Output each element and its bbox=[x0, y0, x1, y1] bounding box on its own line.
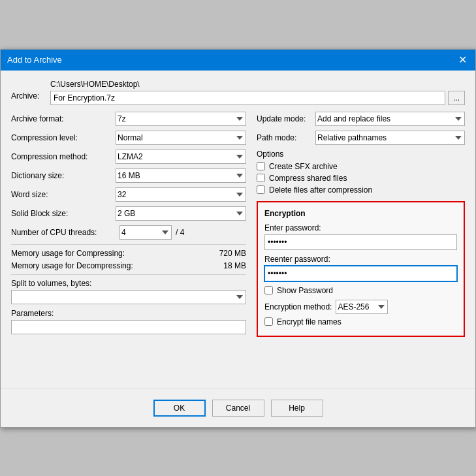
memory-decompress-row: Memory usage for Decompressing: 18 MB bbox=[11, 261, 246, 270]
dictionary-size-row: Dictionary size: 16 MB bbox=[11, 168, 246, 183]
dictionary-size-label: Dictionary size: bbox=[11, 171, 116, 180]
compression-level-label: Compression level: bbox=[11, 133, 116, 142]
compression-level-select[interactable]: Normal bbox=[116, 131, 246, 145]
archive-format-select[interactable]: 7z bbox=[116, 112, 246, 126]
reenter-password-input[interactable] bbox=[264, 266, 457, 281]
create-sfx-row: Create SFX archive bbox=[257, 162, 465, 171]
enc-method-row: Encryption method: AES-256 bbox=[264, 300, 457, 314]
options-group: Options Create SFX archive Compress shar… bbox=[257, 150, 465, 195]
main-content: Archive format: 7z Compression level: No… bbox=[11, 112, 465, 337]
solid-block-select[interactable]: 2 GB bbox=[116, 206, 246, 221]
memory-compress-row: Memory usage for Compressing: 720 MB bbox=[11, 249, 246, 258]
dialog-body: Archive: C:\Users\HOME\Desktop\ ... Arch… bbox=[1, 71, 475, 389]
create-sfx-label[interactable]: Create SFX archive bbox=[269, 162, 338, 171]
compress-shared-label[interactable]: Compress shared files bbox=[269, 174, 347, 183]
enter-password-label: Enter password: bbox=[264, 223, 457, 232]
encryption-title: Encryption bbox=[264, 209, 457, 218]
update-mode-select[interactable]: Add and replace files bbox=[315, 112, 465, 126]
add-to-archive-dialog: Add to Archive ✕ Archive: C:\Users\HOME\… bbox=[0, 49, 476, 428]
delete-files-row: Delete files after compression bbox=[257, 185, 465, 195]
enter-password-input[interactable] bbox=[264, 234, 457, 250]
archive-format-label: Archive format: bbox=[11, 114, 116, 123]
compression-level-row: Compression level: Normal bbox=[11, 131, 246, 145]
options-title: Options bbox=[257, 150, 465, 159]
archive-path-row: ... bbox=[50, 91, 465, 105]
update-mode-row: Update mode: Add and replace files bbox=[257, 112, 465, 126]
delete-files-label[interactable]: Delete files after compression bbox=[269, 185, 372, 195]
encrypt-names-row: Encrypt file names bbox=[264, 317, 457, 326]
params-input[interactable] bbox=[11, 320, 246, 334]
ok-button[interactable]: OK bbox=[153, 400, 206, 417]
archive-path-col: C:\Users\HOME\Desktop\ ... bbox=[50, 80, 465, 105]
enc-method-select[interactable]: AES-256 bbox=[336, 300, 388, 314]
split-select[interactable] bbox=[11, 290, 246, 304]
help-button[interactable]: Help bbox=[271, 400, 323, 417]
left-panel: Archive format: 7z Compression level: No… bbox=[11, 112, 246, 337]
update-mode-label: Update mode: bbox=[257, 114, 315, 123]
cpu-threads-select[interactable]: 4 bbox=[119, 225, 172, 240]
word-size-label: Word size: bbox=[11, 190, 116, 199]
compression-method-label: Compression method: bbox=[11, 152, 116, 161]
show-password-checkbox[interactable] bbox=[264, 286, 273, 294]
memory-compress-value: 720 MB bbox=[219, 249, 246, 258]
title-bar: Add to Archive ✕ bbox=[1, 50, 475, 71]
memory-compress-label: Memory usage for Compressing: bbox=[11, 249, 219, 258]
show-password-row: Show Password bbox=[264, 286, 457, 295]
compression-method-select[interactable]: LZMA2 bbox=[116, 150, 246, 164]
close-button[interactable]: ✕ bbox=[456, 54, 469, 67]
right-panel: Update mode: Add and replace files Path … bbox=[257, 112, 465, 337]
encrypt-names-checkbox[interactable] bbox=[264, 317, 273, 326]
path-mode-select[interactable]: Relative pathnames bbox=[315, 131, 465, 145]
path-mode-label: Path mode: bbox=[257, 133, 315, 142]
split-label: Split to volumes, bytes: bbox=[11, 279, 246, 288]
cpu-threads-suffix: / 4 bbox=[176, 228, 184, 237]
encryption-box: Encryption Enter password: Reenter passw… bbox=[257, 201, 465, 337]
archive-row: Archive: C:\Users\HOME\Desktop\ ... bbox=[11, 80, 465, 105]
delete-files-checkbox[interactable] bbox=[257, 185, 265, 194]
reenter-password-label: Reenter password: bbox=[264, 255, 457, 264]
archive-format-row: Archive format: 7z bbox=[11, 112, 246, 126]
compress-shared-row: Compress shared files bbox=[257, 174, 465, 183]
path-mode-row: Path mode: Relative pathnames bbox=[257, 131, 465, 145]
split-row: Split to volumes, bytes: bbox=[11, 279, 246, 304]
dialog-footer: OK Cancel Help bbox=[1, 389, 475, 427]
encrypt-names-label[interactable]: Encrypt file names bbox=[277, 317, 341, 326]
memory-decompress-label: Memory usage for Decompressing: bbox=[11, 261, 223, 270]
solid-block-label: Solid Block size: bbox=[11, 209, 116, 218]
dialog-title: Add to Archive bbox=[7, 55, 62, 65]
browse-button[interactable]: ... bbox=[448, 91, 465, 105]
cpu-threads-label: Number of CPU threads: bbox=[11, 228, 116, 237]
create-sfx-checkbox[interactable] bbox=[257, 162, 265, 170]
cancel-button[interactable]: Cancel bbox=[212, 400, 264, 417]
cpu-threads-row: Number of CPU threads: 4 / 4 bbox=[11, 225, 246, 240]
params-label: Parameters: bbox=[11, 309, 246, 318]
show-password-label[interactable]: Show Password bbox=[277, 286, 333, 295]
archive-path-input[interactable] bbox=[50, 91, 445, 105]
params-row: Parameters: bbox=[11, 309, 246, 334]
word-size-row: Word size: 32 bbox=[11, 187, 246, 202]
compression-method-row: Compression method: LZMA2 bbox=[11, 150, 246, 164]
memory-decompress-value: 18 MB bbox=[223, 261, 246, 270]
solid-block-row: Solid Block size: 2 GB bbox=[11, 206, 246, 221]
archive-path-hint: C:\Users\HOME\Desktop\ bbox=[50, 80, 465, 89]
archive-label: Archive: bbox=[11, 80, 50, 101]
dictionary-size-select[interactable]: 16 MB bbox=[116, 168, 246, 183]
enc-method-label: Encryption method: bbox=[264, 302, 332, 311]
word-size-select[interactable]: 32 bbox=[116, 187, 246, 202]
compress-shared-checkbox[interactable] bbox=[257, 174, 265, 182]
